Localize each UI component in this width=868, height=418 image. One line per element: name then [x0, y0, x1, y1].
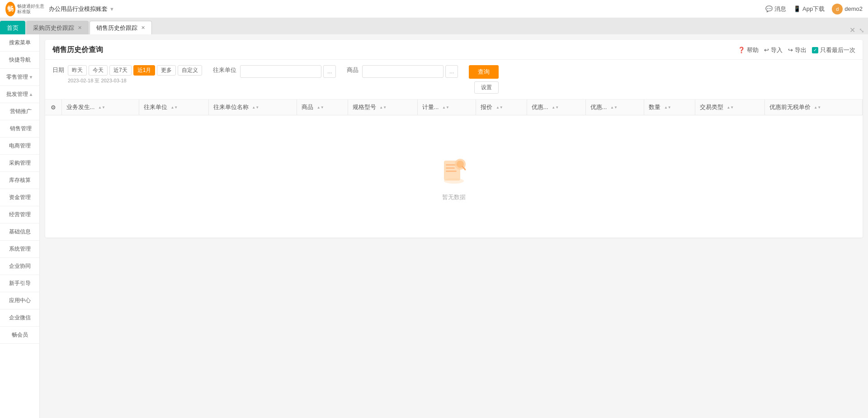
date-btn-7days[interactable]: 近7天	[109, 65, 132, 76]
partner-input[interactable]	[240, 65, 321, 78]
app-download-btn[interactable]: 📱 App下载	[793, 5, 825, 13]
message-btn[interactable]: 💬 消息	[765, 5, 786, 13]
sort-arrows-biz-date: ▲▼	[98, 105, 105, 109]
sidebar-label-enterprise-wechat: 企业微信	[9, 314, 31, 321]
sort-arrows-trade-type: ▲▼	[726, 105, 734, 109]
partner-input-wrap: ...	[240, 65, 336, 78]
gear-icon: ⚙	[51, 104, 56, 111]
column-discount2[interactable]: 优惠... ▲▼	[585, 100, 644, 115]
empty-state: 暂无数据	[45, 115, 863, 238]
help-icon: ❓	[738, 47, 745, 53]
only-last-checkbox[interactable]: ✓ 只看最后一次	[812, 46, 855, 54]
goods-ellipsis-btn[interactable]: ...	[445, 65, 458, 78]
sidebar-label-basic-info: 基础信息	[9, 228, 31, 235]
import-icon: ↩	[764, 47, 769, 53]
tab-purchase-close-icon[interactable]: ✕	[78, 25, 82, 31]
column-trade-type[interactable]: 交易类型 ▲▼	[695, 100, 764, 115]
sidebar-label-quick-nav: 快捷导航	[9, 57, 31, 63]
date-filter-group: 日期 昨天 今天 近7天 近1月 更多 自定义 2023-02-18 至 202…	[52, 65, 202, 84]
sidebar-item-retail-mgmt[interactable]: 零售管理 ▼	[0, 69, 39, 86]
tab-home[interactable]: 首页	[0, 21, 25, 34]
partner-ellipsis-btn[interactable]: ...	[323, 65, 336, 78]
header-right: 💬 消息 📱 App下载 d demo2	[765, 4, 863, 14]
sidebar-item-basic-info[interactable]: 基础信息	[0, 223, 39, 241]
column-price[interactable]: 报价 ▲▼	[476, 100, 527, 115]
sidebar-label-purchase-mgmt: 采购管理	[9, 160, 31, 166]
column-gear[interactable]: ⚙	[45, 100, 61, 115]
date-btn-yesterday[interactable]: 昨天	[68, 65, 87, 76]
help-btn[interactable]: ❓ 帮助	[738, 46, 759, 54]
sidebar-item-enterprise-wechat[interactable]: 企业微信	[0, 309, 39, 327]
sidebar-item-finance-mgmt[interactable]: 资金管理	[0, 189, 39, 206]
column-spec[interactable]: 规格型号 ▲▼	[348, 100, 417, 115]
page-title: 销售历史价查询	[52, 45, 103, 55]
date-btn-custom[interactable]: 自定义	[178, 65, 202, 76]
export-icon: ↪	[788, 47, 793, 53]
date-btn-today[interactable]: 今天	[89, 65, 108, 76]
sidebar-item-operations-mgmt[interactable]: 经营管理	[0, 206, 39, 223]
sidebar-label-wholesale-mgmt: 批发管理	[6, 90, 28, 98]
goods-filter-group: 商品 ...	[347, 65, 458, 78]
column-partner-name[interactable]: 往来单位名称 ▲▼	[208, 100, 297, 115]
column-discount1[interactable]: 优惠... ▲▼	[527, 100, 585, 115]
import-btn[interactable]: ↩ 导入	[764, 46, 783, 54]
goods-label: 商品	[347, 65, 359, 74]
sidebar-label-operations-mgmt: 经营管理	[9, 211, 31, 218]
svg-rect-4	[446, 171, 457, 172]
column-qty[interactable]: 数量 ▲▼	[644, 100, 695, 115]
column-partner-code[interactable]: 往来单位 ▲▼	[139, 100, 208, 115]
sidebar-item-beginner-guide[interactable]: 新手引导	[0, 275, 39, 292]
sidebar-item-app-center[interactable]: 应用中心	[0, 292, 39, 309]
date-btn-more[interactable]: 更多	[157, 65, 176, 76]
sidebar-item-member[interactable]: 畅会员	[0, 327, 39, 344]
sidebar-item-sales-mgmt[interactable]: 销售管理	[0, 120, 39, 138]
sidebar-label-finance-mgmt: 资金管理	[9, 194, 31, 200]
column-unit[interactable]: 计量... ▲▼	[417, 100, 476, 115]
retail-arrow-icon: ▼	[29, 75, 33, 80]
goods-input[interactable]	[362, 65, 443, 78]
header-center: 办公用品行业模拟账套 ▼	[45, 5, 765, 13]
sidebar-label-retail-mgmt: 零售管理	[6, 73, 28, 81]
sort-arrows-partner-code: ▲▼	[170, 105, 178, 109]
sort-arrows-partner-name: ▲▼	[252, 105, 259, 109]
tab-purchase-history[interactable]: 采购历史价跟踪 ✕	[26, 21, 89, 34]
svg-rect-3	[446, 167, 455, 169]
sidebar-item-search-menu[interactable]: 搜索菜单	[0, 34, 39, 52]
goods-input-wrap: ...	[362, 65, 458, 78]
sidebar-item-purchase-mgmt[interactable]: 采购管理	[0, 155, 39, 172]
close-window-icon[interactable]: ✕	[849, 26, 855, 34]
settings-btn[interactable]: 设置	[474, 81, 499, 94]
sidebar-item-quick-nav[interactable]: 快捷导航	[0, 52, 39, 69]
column-pre-tax-price[interactable]: 优惠前无税单价 ▲▼	[764, 100, 862, 115]
sidebar-label-sales-mgmt: 销售管理	[10, 125, 32, 132]
partner-filter-group: 往来单位 ...	[213, 65, 336, 78]
column-goods[interactable]: 商品 ▲▼	[297, 100, 348, 115]
maximize-window-icon[interactable]: ⤡	[859, 27, 864, 34]
sidebar-item-ecommerce-mgmt[interactable]: 电商管理	[0, 138, 39, 155]
page-card: 销售历史价查询 ❓ 帮助 ↩ 导入 ↪ 导出 ✓	[45, 40, 863, 238]
sort-arrows-spec: ▲▼	[379, 105, 387, 109]
tab-sales-close-icon[interactable]: ✕	[141, 25, 145, 31]
header-dropdown[interactable]: 办公用品行业模拟账套 ▼	[49, 5, 114, 13]
query-btn[interactable]: 查询	[469, 65, 499, 79]
sidebar-item-enterprise-collab[interactable]: 企业协同	[0, 258, 39, 275]
top-header: 畅 畅捷通好生意 标准版 办公用品行业模拟账套 ▼ 💬 消息 📱 App下载 d…	[0, 0, 868, 18]
sidebar-item-wholesale-mgmt[interactable]: 批发管理 ▲	[0, 86, 39, 103]
sidebar-label-system-mgmt: 系统管理	[9, 246, 31, 252]
logo-text: 畅捷通好生意 标准版	[17, 4, 45, 14]
partner-label: 往来单位	[213, 65, 236, 74]
sidebar-item-inventory[interactable]: 库存核算	[0, 172, 39, 189]
tab-sales-history[interactable]: 销售历史价跟踪 ✕	[90, 21, 152, 34]
data-table: ⚙ 业务发生... ▲▼ 往来单位 ▲▼ 往来单位名称	[45, 100, 863, 115]
sidebar-label-ecommerce-mgmt: 电商管理	[9, 142, 31, 149]
export-btn[interactable]: ↪ 导出	[788, 46, 807, 54]
date-btn-1month[interactable]: 近1月	[133, 65, 156, 76]
user-avatar-btn[interactable]: d demo2	[832, 4, 863, 14]
download-icon: 📱	[793, 5, 801, 12]
sidebar-item-marketing[interactable]: 营销推广	[0, 103, 39, 120]
sidebar-label-beginner-guide: 新手引导	[9, 280, 31, 286]
sidebar-item-system-mgmt[interactable]: 系统管理	[0, 241, 39, 258]
avatar: d	[832, 4, 843, 14]
column-biz-date[interactable]: 业务发生... ▲▼	[61, 100, 139, 115]
sidebar-label-member: 畅会员	[12, 332, 28, 338]
